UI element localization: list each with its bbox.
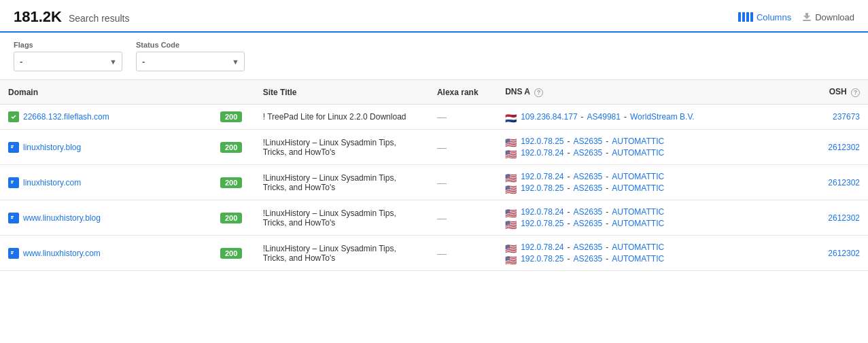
columns-button[interactable]: Columns <box>738 12 791 22</box>
table-row: www.linuxhistory.com 200!LinuxHistory – … <box>0 236 868 271</box>
svg-rect-12 <box>11 251 14 253</box>
status-cell: 200 <box>212 236 255 271</box>
download-button[interactable]: Download <box>802 12 854 22</box>
dns-entry: 🇺🇸 192.0.78.24 - AS2635 - AUTOMATTIC <box>505 148 792 158</box>
country-flag-icon: 🇺🇸 <box>505 149 517 157</box>
ip-link[interactable]: 192.0.78.24 <box>521 172 563 181</box>
favicon-icon <box>8 213 19 223</box>
svg-rect-11 <box>10 249 18 257</box>
dns-entry: 🇺🇸 192.0.78.24 - AS2635 - AUTOMATTIC <box>505 207 792 217</box>
table-row: linuxhistory.blog 200!LinuxHistory – Lin… <box>0 130 868 165</box>
site-title-cell: !LinuxHistory – Linux Sysadmin Tips, Tri… <box>255 130 429 165</box>
as-link[interactable]: AS2635 <box>574 219 603 228</box>
country-flag-icon: 🇳🇱 <box>505 113 517 121</box>
col-header-osh: OSH ? <box>800 80 868 105</box>
table-body: 22668.132.fileflash.com 200! TreePad Lit… <box>0 105 868 271</box>
org-link[interactable]: AUTOMATTIC <box>612 183 664 193</box>
org-link[interactable]: AUTOMATTIC <box>612 219 664 228</box>
domain-link[interactable]: www.linuxhistory.blog <box>23 213 101 223</box>
alexa-dash: — <box>437 213 447 223</box>
svg-rect-7 <box>11 182 13 183</box>
table-row: 22668.132.fileflash.com 200! TreePad Lit… <box>0 105 868 130</box>
org-link[interactable]: AUTOMATTIC <box>612 207 664 217</box>
as-link[interactable]: AS2635 <box>574 172 603 181</box>
toolbar: Columns Download <box>738 12 854 22</box>
ip-link[interactable]: 192.0.78.24 <box>521 148 563 158</box>
org-link[interactable]: WorldStream B.V. <box>630 112 695 122</box>
domain-link[interactable]: www.linuxhistory.com <box>23 249 101 258</box>
dns-info-icon[interactable]: ? <box>534 88 543 97</box>
ip-link[interactable]: 109.236.84.177 <box>521 112 577 122</box>
domain-cell: www.linuxhistory.blog <box>0 200 212 236</box>
status-badge: 200 <box>220 111 242 122</box>
alexa-rank-cell: — <box>429 165 497 200</box>
favicon-icon <box>8 142 19 153</box>
svg-rect-13 <box>11 253 13 254</box>
flags-select-wrapper: - ▼ <box>14 52 122 71</box>
ip-link[interactable]: 192.0.78.24 <box>521 242 563 252</box>
dns-entry: 🇺🇸 192.0.78.25 - AS2635 - AUTOMATTIC <box>505 219 792 228</box>
status-cell: 200 <box>212 200 255 236</box>
col-header-alexa: Alexa rank <box>429 80 497 105</box>
country-flag-icon: 🇺🇸 <box>505 173 517 181</box>
osh-value[interactable]: 2612302 <box>828 178 860 187</box>
col-header-domain: Domain <box>0 80 212 105</box>
domain-link[interactable]: 22668.132.fileflash.com <box>23 112 109 122</box>
ip-link[interactable]: 192.0.78.24 <box>521 207 563 217</box>
domain-link[interactable]: linuxhistory.blog <box>23 143 81 152</box>
as-link[interactable]: AS2635 <box>574 207 603 217</box>
org-link[interactable]: AUTOMATTIC <box>612 137 664 146</box>
flags-filter: Flags - ▼ <box>14 41 122 71</box>
ip-link[interactable]: 192.0.78.25 <box>521 183 563 193</box>
osh-value[interactable]: 237673 <box>833 112 860 122</box>
result-summary: 181.2K Search results <box>14 8 129 26</box>
org-link[interactable]: AUTOMATTIC <box>612 172 664 181</box>
flags-select[interactable]: - <box>14 52 122 71</box>
ip-link[interactable]: 192.0.78.25 <box>521 137 563 146</box>
domain-cell: www.linuxhistory.com <box>0 236 212 271</box>
as-link[interactable]: AS2635 <box>574 242 603 252</box>
download-icon <box>802 12 812 22</box>
dns-separator: - <box>568 219 570 228</box>
dns-separator2: - <box>606 254 608 264</box>
dns-separator: - <box>568 137 570 146</box>
osh-value[interactable]: 2612302 <box>828 213 860 223</box>
osh-info-icon[interactable]: ? <box>851 88 860 97</box>
osh-value[interactable]: 2612302 <box>828 249 860 258</box>
alexa-rank-cell: — <box>429 236 497 271</box>
org-link[interactable]: AUTOMATTIC <box>612 242 664 252</box>
dns-cell: 🇺🇸 192.0.78.25 - AS2635 - AUTOMATTIC 🇺🇸 … <box>497 130 800 165</box>
dns-separator: - <box>568 148 570 158</box>
as-link[interactable]: AS2635 <box>574 183 603 193</box>
svg-rect-6 <box>11 181 14 182</box>
org-link[interactable]: AUTOMATTIC <box>612 148 664 158</box>
status-code-filter: Status Code - ▼ <box>136 41 245 71</box>
flags-label: Flags <box>14 41 122 49</box>
org-link[interactable]: AUTOMATTIC <box>612 254 664 264</box>
status-badge: 200 <box>220 213 242 223</box>
ip-link[interactable]: 192.0.78.25 <box>521 254 563 264</box>
results-table: Domain Site Title Alexa rank DNS A ? OSH… <box>0 80 868 271</box>
status-code-label: Status Code <box>136 41 245 49</box>
country-flag-icon: 🇺🇸 <box>505 219 517 228</box>
svg-rect-0 <box>803 20 811 21</box>
ip-link[interactable]: 192.0.78.25 <box>521 219 563 228</box>
as-link[interactable]: AS2635 <box>574 148 603 158</box>
osh-cell: 2612302 <box>800 236 868 271</box>
as-link[interactable]: AS2635 <box>574 254 603 264</box>
download-label: Download <box>815 12 854 22</box>
dns-entry: 🇳🇱 109.236.84.177 - AS49981 - WorldStrea… <box>505 112 792 122</box>
dns-separator2: - <box>606 172 608 181</box>
domain-link[interactable]: linuxhistory.com <box>23 178 81 187</box>
osh-value[interactable]: 2612302 <box>828 143 860 152</box>
status-code-select-wrapper: - ▼ <box>136 52 245 71</box>
svg-rect-10 <box>11 217 13 219</box>
as-link[interactable]: AS49981 <box>587 112 621 122</box>
status-code-select[interactable]: - <box>136 52 245 71</box>
status-badge: 200 <box>220 177 242 188</box>
alexa-rank-cell: — <box>429 200 497 236</box>
dns-separator: - <box>568 254 570 264</box>
as-link[interactable]: AS2635 <box>574 137 603 146</box>
svg-rect-9 <box>11 216 14 217</box>
dns-entry: 🇺🇸 192.0.78.25 - AS2635 - AUTOMATTIC <box>505 254 792 264</box>
